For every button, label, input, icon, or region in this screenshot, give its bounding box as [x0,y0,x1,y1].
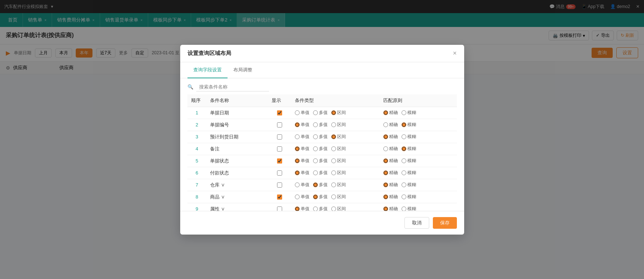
settings-dialog: 设置查询区域布局 × 查询字段设置 布局调整 🔍 顺序 条件名称 显示 [180,45,464,75]
dialog-tabs: 查询字段设置 布局调整 [180,62,464,75]
modal-overlay: 设置查询区域布局 × 查询字段设置 布局调整 🔍 顺序 条件名称 显示 [0,0,644,74]
tab-layout[interactable]: 布局调整 [228,62,258,75]
dialog-title: 设置查询区域布局 [187,50,231,57]
dialog-close-btn[interactable]: × [453,50,457,56]
tab-query-fields[interactable]: 查询字段设置 [187,62,228,75]
dialog-header: 设置查询区域布局 × [180,45,464,62]
